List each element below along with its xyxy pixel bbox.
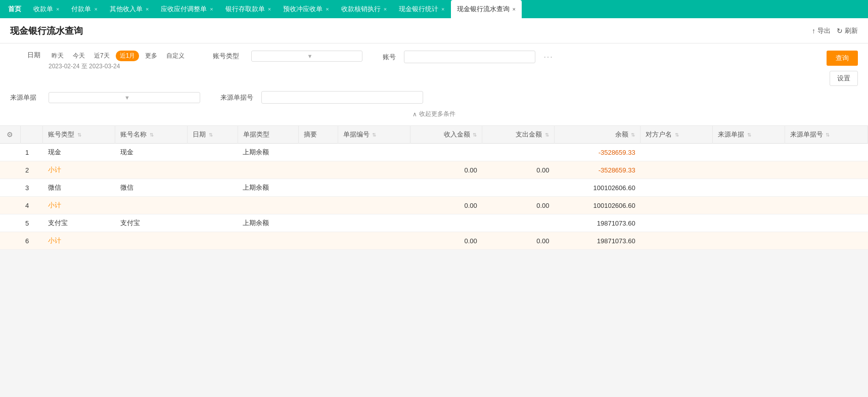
close-receipt-icon[interactable]: ×	[56, 6, 59, 12]
date-btn-custom[interactable]: 自定义	[163, 51, 188, 61]
col-account-type[interactable]: 账号类型 ⇅	[43, 126, 115, 144]
col-date[interactable]: 日期 ⇅	[187, 126, 238, 144]
table-row[interactable]: 1现金现金上期余额-3528659.33	[0, 144, 868, 161]
row-balance: 100102606.60	[555, 179, 641, 197]
nav-collection-exec[interactable]: 收款核销执行 ×	[335, 0, 393, 18]
row-seq: 4	[20, 197, 43, 214]
col-summary-label: 摘要	[304, 130, 317, 138]
table-row[interactable]: 5支付宝支付宝上期余额19871073.60	[0, 214, 868, 232]
row-doc-type	[238, 161, 298, 179]
row-account-type: 小计	[43, 232, 115, 250]
nav-payment[interactable]: 付款单 ×	[65, 0, 103, 18]
row-seq: 1	[20, 144, 43, 161]
col-account-type-label: 账号类型	[48, 130, 74, 138]
close-bank-flow-icon[interactable]: ×	[513, 6, 516, 12]
close-payment-icon[interactable]: ×	[94, 6, 97, 12]
table-row[interactable]: 2小计0.000.00-3528659.33	[0, 161, 868, 179]
col-doc-type: 单据类型	[238, 126, 298, 144]
row-account-type: 小计	[43, 197, 115, 214]
date-btn-today[interactable]: 今天	[70, 51, 88, 61]
data-table-container: ⚙ 账号类型 ⇅ 账号名称 ⇅ 日期 ⇅ 单据类型	[0, 126, 868, 250]
col-source-doc-no[interactable]: 来源单据号 ⇅	[785, 126, 867, 144]
collapse-bar[interactable]: ∧ 收起更多条件	[10, 108, 858, 120]
date-btn-7days[interactable]: 近7天	[91, 51, 113, 61]
row-summary	[299, 197, 338, 214]
collapse-up-icon: ∧	[413, 111, 417, 118]
col-source-doc[interactable]: 来源单据 ⇅	[712, 126, 785, 144]
export-icon: ↑	[812, 27, 815, 35]
nav-other-income[interactable]: 其他收入单 ×	[104, 0, 155, 18]
row-source-doc-no	[785, 197, 867, 214]
nav-bank-flow[interactable]: 现金银行流水查询 ×	[451, 0, 522, 18]
row-source-doc-no	[785, 214, 867, 232]
column-settings-icon[interactable]: ⚙	[7, 130, 13, 139]
close-ar-adjust-icon[interactable]: ×	[210, 6, 213, 12]
close-other-income-icon[interactable]: ×	[146, 6, 149, 12]
source-doc-no-input[interactable]	[261, 91, 423, 104]
export-button[interactable]: ↑ 导出	[812, 26, 831, 35]
account-type-label: 账号类型	[213, 52, 239, 61]
col-doc-type-label: 单据类型	[243, 130, 269, 138]
row-account-type: 支付宝	[43, 214, 115, 232]
refresh-button[interactable]: ↻ 刷新	[837, 26, 858, 35]
nav-bank-deposit-label: 银行存取款单	[225, 5, 265, 14]
nav-advance-offset[interactable]: 预收冲应收单 ×	[277, 0, 335, 18]
nav-bank-deposit[interactable]: 银行存取款单 ×	[219, 0, 277, 18]
nav-home-label: 首页	[8, 5, 21, 14]
row-seq: 3	[20, 179, 43, 197]
date-btn-1month[interactable]: 近1月	[116, 51, 140, 61]
col-counterpart[interactable]: 对方户名 ⇅	[641, 126, 713, 144]
nav-bank-stats-label: 现金银行统计	[399, 5, 438, 14]
row-source-doc-no	[785, 161, 867, 179]
col-balance[interactable]: 余额 ⇅	[555, 126, 641, 144]
nav-ar-adjust[interactable]: 应收应付调整单 ×	[155, 0, 219, 18]
col-account-name[interactable]: 账号名称 ⇅	[115, 126, 188, 144]
row-source-doc	[712, 214, 785, 232]
sort-counterpart-icon: ⇅	[675, 132, 679, 138]
nav-receipt[interactable]: 收款单 ×	[27, 0, 65, 18]
query-button[interactable]: 查询	[827, 51, 858, 66]
row-account-type: 小计	[43, 161, 115, 179]
close-advance-offset-icon[interactable]: ×	[326, 6, 329, 12]
row-account-type: 现金	[43, 144, 115, 161]
nav-bank-stats[interactable]: 现金银行统计 ×	[393, 0, 450, 18]
row-income	[410, 144, 482, 161]
refresh-icon: ↻	[837, 27, 843, 35]
source-doc-select[interactable]: ▼	[49, 92, 200, 103]
date-btn-yesterday[interactable]: 昨天	[49, 51, 67, 61]
date-filter-label: 日期	[10, 51, 40, 60]
row-gear-cell	[0, 161, 20, 179]
nav-home[interactable]: 首页	[2, 0, 27, 18]
date-range-display: 2023-02-24 至 2023-03-24	[49, 62, 188, 71]
col-balance-label: 余额	[615, 130, 628, 138]
row-expense: 0.00	[482, 232, 555, 250]
account-type-select[interactable]: ▼	[251, 51, 362, 62]
close-collection-exec-icon[interactable]: ×	[384, 6, 387, 12]
row-doc-type	[238, 197, 298, 214]
table-row[interactable]: 3微信微信上期余额100102606.60	[0, 179, 868, 197]
filter-area: 日期 昨天 今天 近7天 近1月 更多 自定义 2023-02-24 至 202…	[0, 43, 868, 126]
row-source-doc	[712, 144, 785, 161]
table-row[interactable]: 6小计0.000.0019871073.60	[0, 232, 868, 250]
col-gear[interactable]: ⚙	[0, 126, 20, 144]
account-more-icon[interactable]: ···	[543, 53, 553, 62]
row-summary	[299, 214, 338, 232]
nav-collection-exec-label: 收款核销执行	[341, 5, 381, 14]
date-filter-group: 昨天 今天 近7天 近1月 更多 自定义 2023-02-24 至 2023-0…	[49, 51, 188, 71]
date-options: 昨天 今天 近7天 近1月 更多 自定义	[49, 51, 188, 61]
date-btn-more[interactable]: 更多	[142, 51, 160, 61]
col-expense[interactable]: 支出金额 ⇅	[482, 126, 555, 144]
settings-button[interactable]: 设置	[830, 71, 858, 86]
table-row[interactable]: 4小计0.000.00100102606.60	[0, 197, 868, 214]
row-summary	[299, 179, 338, 197]
close-bank-deposit-icon[interactable]: ×	[268, 6, 271, 12]
col-doc-no[interactable]: 单据编号 ⇅	[338, 126, 410, 144]
top-navigation: 首页 收款单 × 付款单 × 其他收入单 × 应收应付调整单 × 银行存取款单 …	[0, 0, 868, 18]
col-seq	[20, 126, 43, 144]
row-balance: 19871073.60	[555, 214, 641, 232]
row-source-doc	[712, 197, 785, 214]
col-income[interactable]: 收入金额 ⇅	[410, 126, 482, 144]
export-label: 导出	[817, 26, 831, 35]
close-bank-stats-icon[interactable]: ×	[441, 6, 444, 12]
account-input[interactable]	[404, 51, 535, 63]
